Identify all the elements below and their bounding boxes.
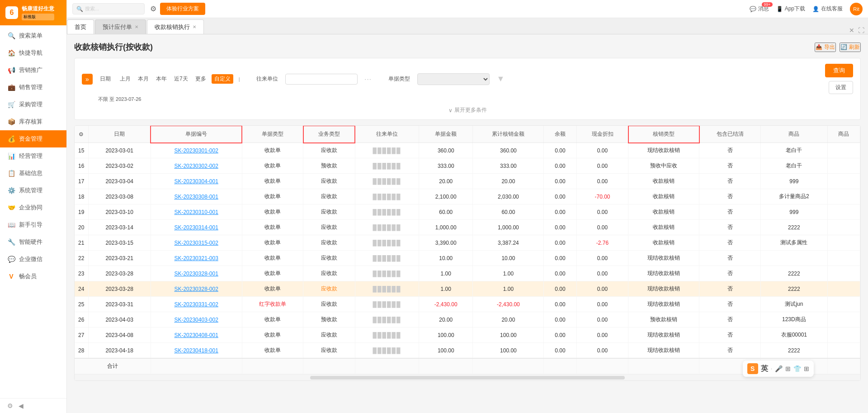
cell-bill-no[interactable]: SK-20230328-002 <box>151 281 242 297</box>
cell-bill-no-link[interactable]: SK-20230331-002 <box>174 301 218 308</box>
sidebar-item-basic[interactable]: 📋 基础信息 <box>0 165 66 182</box>
filter-bill-type-select[interactable] <box>417 73 490 85</box>
tab-close-all-icon[interactable]: ✕ <box>849 27 854 34</box>
cell-bill-no[interactable]: SK-20230331-002 <box>151 297 242 312</box>
cell-bill-no-link[interactable]: SK-20230328-001 <box>174 271 218 277</box>
sidebar-item-quicknav[interactable]: 🏠 快捷导航 <box>0 44 66 62</box>
tab-collection[interactable]: 收款核销执行 ✕ <box>147 19 204 34</box>
table-row[interactable]: 222023-03-21SK-20230321-003收款单应收款██████1… <box>75 251 860 266</box>
cell-bill-type: 红字收款单 <box>242 297 303 312</box>
cell-verify-type: 收款核销 <box>628 220 699 235</box>
tab-collection-close[interactable]: ✕ <box>193 24 196 29</box>
sidebar-item-label-quicknav: 快捷导航 <box>19 49 42 57</box>
cell-date: 2023-04-03 <box>88 312 151 328</box>
table-row[interactable]: 242023-03-28SK-20230328-002收款单应收款██████1… <box>75 281 860 297</box>
table-row[interactable]: 182023-03-08SK-20230308-001收款单应收款██████2… <box>75 189 860 204</box>
filter-date-7days[interactable]: 近7天 <box>172 74 190 84</box>
filter-expand-more[interactable]: ∨ 展开更多条件 <box>82 106 853 114</box>
refresh-button[interactable]: 🔄 刷新 <box>840 43 861 52</box>
filter-date-last-month[interactable]: 上月 <box>118 74 132 84</box>
cell-bill-no-link[interactable]: SK-20230328-002 <box>174 286 218 292</box>
horizontal-scrollbar[interactable] <box>75 374 860 380</box>
tab-payable-close[interactable]: ✕ <box>135 24 138 29</box>
cell-bill-no-link[interactable]: SK-20230302-002 <box>174 163 218 169</box>
cell-bill-no[interactable]: SK-20230304-001 <box>151 174 242 189</box>
tab-payable[interactable]: 预计应付单 ✕ <box>95 19 146 34</box>
cell-bill-no[interactable]: SK-20230308-001 <box>151 189 242 204</box>
tab-home-label: 首页 <box>75 23 86 31</box>
cell-bill-no-link[interactable]: SK-20230304-001 <box>174 178 218 185</box>
collapse-icon[interactable]: ◀ <box>19 402 24 409</box>
cell-bill-no[interactable]: SK-20230302-002 <box>151 158 242 174</box>
settings-button[interactable]: 设置 <box>829 81 853 94</box>
filter-date-more[interactable]: 更多 <box>193 74 208 84</box>
cell-biz-type: 预收款 <box>303 312 355 328</box>
cell-bill-no[interactable]: SK-20230328-001 <box>151 266 242 281</box>
sidebar-item-sales[interactable]: 💼 销售管理 <box>0 79 66 96</box>
messages-badge[interactable]: 💬 消息 99+ <box>750 5 769 13</box>
query-button[interactable]: 查询 <box>825 64 853 77</box>
cell-bill-no[interactable]: SK-20230408-001 <box>151 328 242 343</box>
industry-solution-button[interactable]: 体验行业方案 <box>160 3 205 15</box>
sidebar-item-finance[interactable]: 💰 资金管理 <box>0 130 66 147</box>
filter-date-this-month[interactable]: 本月 <box>136 74 151 84</box>
cell-bill-no-link[interactable]: SK-20230408-001 <box>174 332 218 338</box>
online-support-btn[interactable]: 👤 在线客服 <box>812 5 843 13</box>
sidebar-item-operations[interactable]: 📊 经营管理 <box>0 147 66 165</box>
sidebar-item-enterprise[interactable]: 🤝 企业协同 <box>0 199 66 216</box>
table-row[interactable]: 172023-03-04SK-20230304-001收款单应收款██████2… <box>75 174 860 189</box>
cell-bill-no[interactable]: SK-20230314-001 <box>151 220 242 235</box>
user-avatar[interactable]: Rit <box>850 3 863 15</box>
filter-date-this-year[interactable]: 本年 <box>154 74 169 84</box>
sidebar-item-search[interactable]: 🔍 搜索菜单 <box>0 27 66 44</box>
cell-include-cleared: 否 <box>699 174 761 189</box>
cell-balance: 0.00 <box>544 220 576 235</box>
filter-bill-type-label: 单据类型 <box>388 75 410 83</box>
table-row[interactable]: 232023-03-28SK-20230328-001收款单应收款██████1… <box>75 266 860 281</box>
sidebar-item-wechat[interactable]: 💬 企业微信 <box>0 251 66 268</box>
table-row[interactable]: 272023-04-08SK-20230408-001收款单应收款██████1… <box>75 328 860 343</box>
cell-bill-no-link[interactable]: SK-20230310-001 <box>174 209 218 215</box>
cell-bill-no[interactable]: SK-20230403-002 <box>151 312 242 328</box>
cell-bill-no[interactable]: SK-20230301-002 <box>151 143 242 158</box>
sidebar-item-inventory[interactable]: 📦 库存核算 <box>0 113 66 130</box>
col-header-settings[interactable]: ⚙ <box>75 126 88 143</box>
sidebar-item-marketing[interactable]: 📢 营销推广 <box>0 62 66 79</box>
sidebar-item-guide[interactable]: 📖 新手引导 <box>0 216 66 233</box>
cell-bill-no-link[interactable]: SK-20230418-001 <box>174 347 218 354</box>
topbar-search-box[interactable]: 🔍 搜索... <box>72 3 145 14</box>
tab-fullscreen-icon[interactable]: ⛶ <box>858 27 864 34</box>
sidebar-item-member[interactable]: V 畅会员 <box>0 268 66 285</box>
filter-counterparty-input[interactable] <box>285 74 358 85</box>
cell-bill-no-link[interactable]: SK-20230314-001 <box>174 224 218 231</box>
cell-bill-no-link[interactable]: SK-20230403-002 <box>174 317 218 323</box>
cell-bill-no[interactable]: SK-20230321-003 <box>151 251 242 266</box>
cell-bill-no[interactable]: SK-20230310-001 <box>151 204 242 220</box>
table-row[interactable]: 282023-04-18SK-20230418-001收款单应收款██████1… <box>75 343 860 359</box>
sidebar-item-purchase[interactable]: 🛒 采购管理 <box>0 96 66 113</box>
cell-bill-no-link[interactable]: SK-20230315-002 <box>174 240 218 246</box>
sidebar-item-hardware[interactable]: 🔧 智能硬件 <box>0 233 66 251</box>
table-row[interactable]: 162023-03-02SK-20230302-002收款单预收款██████3… <box>75 158 860 174</box>
cell-bill-no-link[interactable]: SK-20230301-002 <box>174 147 218 154</box>
export-button[interactable]: 📤 导出 <box>815 43 836 52</box>
cell-bill-no-link[interactable]: SK-20230321-003 <box>174 255 218 261</box>
scrollbar-thumb[interactable] <box>310 376 624 380</box>
filter-expand-button[interactable]: » <box>82 74 93 85</box>
cell-bill-no-link[interactable]: SK-20230308-001 <box>174 194 218 200</box>
table-row[interactable]: 192023-03-10SK-20230310-001收款单应收款██████6… <box>75 204 860 220</box>
sidebar-item-system[interactable]: ⚙️ 系统管理 <box>0 182 66 199</box>
cell-bill-no[interactable]: SK-20230418-001 <box>151 343 242 359</box>
filter-date-custom[interactable]: 自定义 <box>212 74 233 84</box>
settings-icon[interactable]: ⚙ <box>7 402 13 409</box>
table-row[interactable]: 152023-03-01SK-20230301-002收款单应收款██████3… <box>75 143 860 158</box>
tab-home[interactable]: 首页 <box>67 19 94 34</box>
table-row[interactable]: 252023-03-31SK-20230331-002红字收款单应收款█████… <box>75 297 860 312</box>
table-row[interactable]: 202023-03-14SK-20230314-001收款单应收款██████1… <box>75 220 860 235</box>
topbar-gear-icon[interactable]: ⚙ <box>150 5 156 13</box>
table-row[interactable]: 262023-04-03SK-20230403-002收款单预收款██████2… <box>75 312 860 328</box>
table-row[interactable]: 212023-03-15SK-20230315-002收款单应收款██████3… <box>75 235 860 251</box>
app-download-btn[interactable]: 📱 App下载 <box>776 5 805 13</box>
cell-bill-no[interactable]: SK-20230315-002 <box>151 235 242 251</box>
mobile-icon: 📱 <box>776 6 783 12</box>
